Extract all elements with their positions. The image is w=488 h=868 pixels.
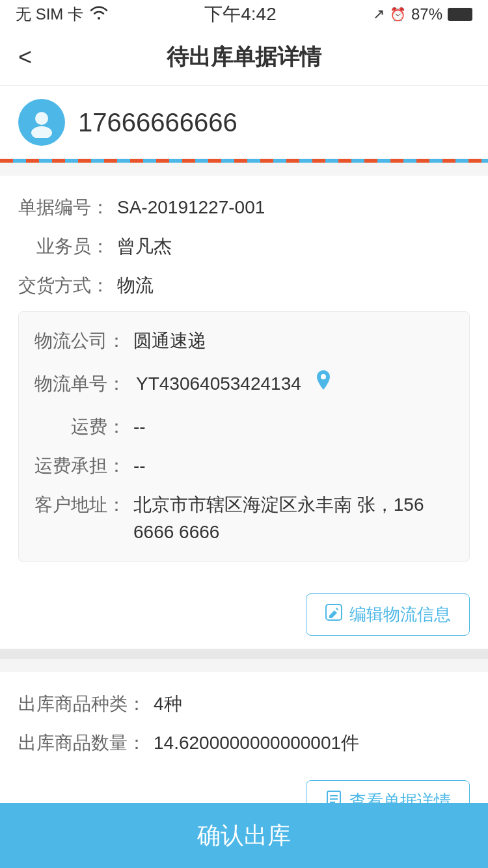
staff-value: 曾凡杰 [117, 233, 470, 260]
document-number-row: 单据编号： SA-20191227-001 [18, 194, 470, 221]
edit-logistics-button[interactable]: 编辑物流信息 [306, 593, 470, 636]
delivery-value: 物流 [117, 272, 470, 299]
status-bar: 无 SIM 卡 下午4:42 ↗ ⏰ 87% [0, 0, 488, 29]
staff-row: 业务员： 曾凡杰 [18, 233, 470, 260]
logistics-card: 物流公司： 圆通速递 物流单号： YT43064053424134 运费： --… [18, 311, 470, 562]
wifi-icon [90, 5, 108, 23]
edit-icon [325, 603, 343, 626]
page-title: 待出库单据详情 [167, 42, 321, 72]
status-right: ↗ ⏰ 87% [373, 5, 472, 23]
product-quantity-row: 出库商品数量： 14.6200000000000001件 [18, 729, 470, 757]
staff-label: 业务员： [18, 233, 109, 260]
svg-point-0 [35, 112, 48, 125]
map-pin-icon[interactable] [312, 366, 335, 401]
section-divider [0, 649, 488, 659]
user-phone: 17666666666 [78, 108, 237, 137]
dashed-divider [0, 159, 488, 163]
product-type-label: 出库商品种类： [18, 690, 146, 718]
edit-logistics-area: 编辑物流信息 [0, 580, 488, 649]
battery-icon [448, 8, 472, 21]
logistics-company-label: 物流公司： [34, 327, 126, 355]
freight-bear-row: 运费承担： -- [34, 452, 454, 480]
logistics-company-value: 圆通速递 [133, 327, 454, 355]
delivery-row: 交货方式： 物流 [18, 272, 470, 299]
product-type-row: 出库商品种类： 4种 [18, 690, 470, 718]
document-info-section: 单据编号： SA-20191227-001 业务员： 曾凡杰 交货方式： 物流 … [0, 176, 488, 580]
user-header: 17666666666 [0, 86, 488, 159]
freight-row: 运费： -- [34, 413, 454, 441]
logistics-company-row: 物流公司： 圆通速递 [34, 327, 454, 355]
confirm-label: 确认出库 [197, 820, 291, 852]
address-row: 客户地址： 北京市市辖区海淀区永丰南 张，156 6666 6666 [34, 491, 454, 546]
tracking-row: 物流单号： YT43064053424134 [34, 366, 454, 401]
address-value: 北京市市辖区海淀区永丰南 张，156 6666 6666 [133, 491, 454, 546]
address-label: 客户地址： [34, 491, 126, 519]
delivery-label: 交货方式： [18, 272, 109, 299]
product-quantity-value: 14.6200000000000001件 [154, 729, 470, 757]
document-number-value: SA-20191227-001 [117, 194, 470, 221]
nav-bar: < 待出库单据详情 [0, 29, 488, 86]
svg-point-1 [31, 126, 52, 138]
location-status-icon: ↗ [373, 6, 385, 23]
battery-label: 87% [411, 5, 442, 23]
tracking-value: YT43064053424134 [136, 370, 301, 398]
edit-logistics-label: 编辑物流信息 [349, 603, 451, 626]
status-time: 下午4:42 [204, 2, 277, 27]
stats-section: 出库商品种类： 4种 出库商品数量： 14.6200000000000001件 [0, 672, 488, 770]
svg-point-2 [321, 374, 326, 379]
freight-value: -- [133, 413, 454, 441]
product-quantity-label: 出库商品数量： [18, 729, 146, 757]
freight-label: 运费： [34, 413, 126, 441]
sim-label: 无 SIM 卡 [16, 4, 83, 25]
avatar [18, 99, 65, 146]
document-number-label: 单据编号： [18, 194, 109, 221]
freight-bear-value: -- [133, 452, 454, 480]
product-type-value: 4种 [154, 690, 470, 718]
tracking-label: 物流单号： [34, 370, 126, 398]
freight-bear-label: 运费承担： [34, 452, 126, 480]
status-left: 无 SIM 卡 [16, 4, 108, 25]
alarm-icon: ⏰ [390, 7, 406, 22]
back-button[interactable]: < [18, 44, 32, 71]
confirm-bar[interactable]: 确认出库 [0, 803, 488, 868]
